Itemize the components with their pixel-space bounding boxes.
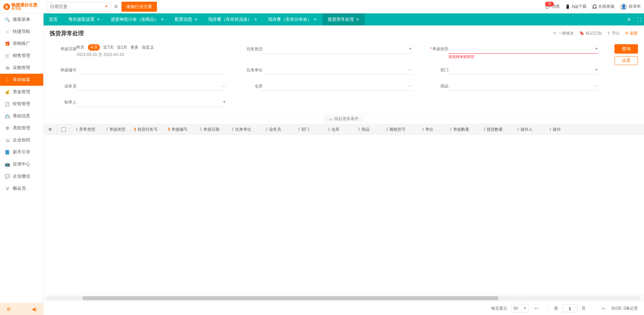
close-tab-icon[interactable]: ✕	[97, 17, 100, 22]
close-tab-icon[interactable]: ✕	[314, 17, 317, 22]
app-download-button[interactable]: 📱 App下载	[565, 4, 587, 9]
tab-配置信息[interactable]: 配置信息✕	[169, 13, 203, 25]
collapse-sidebar-icon[interactable]: ◀)	[32, 307, 37, 312]
sidebar-item-销售管理[interactable]: 🛒销售管理	[0, 50, 43, 62]
tab-现存量（库存分布表）[interactable]: 现存量（库存分布表）✕	[263, 13, 322, 25]
column-header-单据日期[interactable]: ▲▼单据日期	[195, 127, 225, 132]
column-header-异常类型[interactable]: ▲▼异常类型	[70, 127, 101, 132]
column-header-单据类型[interactable]: ▲▼单据类型	[101, 127, 131, 132]
column-header-商品[interactable]: ▲▼商品	[349, 127, 379, 132]
close-tab-icon[interactable]: ✕	[356, 17, 359, 22]
filter-salesman: 业务员 ⋯	[50, 81, 226, 91]
select-all-checkbox[interactable]	[57, 124, 70, 135]
task-status-select[interactable]	[263, 44, 412, 54]
sidebar-item-系统管理[interactable]: ⚙系统管理	[0, 122, 43, 134]
sidebar-item-营销推广[interactable]: 🎁营销推广	[0, 38, 43, 50]
batch-edit-button[interactable]: ✎一键修改	[553, 30, 574, 36]
next-page-button[interactable]: 〉	[590, 306, 596, 311]
collapse-filters-button[interactable]: ︽ 收起更多条件	[324, 115, 363, 122]
chevron-down-icon	[105, 6, 108, 7]
dept-select[interactable]	[448, 65, 598, 75]
close-tab-icon[interactable]: ✕	[161, 17, 164, 22]
column-header-仓库[interactable]: ▲▼仓库	[319, 127, 349, 132]
column-header-拣货任务号[interactable]: ▲▼拣货任务号	[131, 127, 161, 132]
sidebar-item-label: 经营管理	[13, 101, 30, 107]
date-chip-更多[interactable]: 更多	[130, 45, 139, 50]
horizontal-scrollbar[interactable]	[47, 296, 641, 300]
last-page-button[interactable]: ⏭	[600, 306, 607, 311]
tab-售价提取设置[interactable]: 售价提取设置✕	[63, 13, 105, 25]
tab-现存量（库存状况表）[interactable]: 现存量（库存状况表）✕	[203, 13, 263, 25]
column-label: 操作人	[521, 127, 533, 132]
column-header-单据数量[interactable]: ▲▼单据数量	[443, 127, 476, 132]
headset-icon: 🎧	[592, 4, 597, 9]
partner-picker[interactable]: ⋯	[263, 65, 412, 75]
bill-no-label: 单据编号	[50, 65, 76, 73]
messages-button[interactable]: 💬 消息	[545, 4, 560, 9]
date-chip-今天[interactable]: 今天	[88, 44, 100, 51]
column-header-部门[interactable]: ▲▼部门	[288, 127, 319, 132]
date-chip-近1月[interactable]: 近1月	[117, 45, 127, 50]
goods-picker[interactable]: ⋯	[448, 81, 598, 91]
tab-进货单统计表（按商品）[interactable]: 进货单统计表（按商品）✕	[105, 13, 169, 25]
sidebar-item-库存核算[interactable]: ⌂库存核算	[0, 74, 43, 86]
sidebar-item-新手引导[interactable]: 📘新手引导	[0, 146, 43, 158]
column-header-拣货数量[interactable]: ▲▼拣货数量	[476, 127, 510, 132]
date-chip-自定义[interactable]: 自定义	[142, 45, 154, 50]
sidebar-item-经营管理[interactable]: 📋经营管理	[0, 98, 43, 110]
support-button[interactable]: 🎧 在线客服	[592, 4, 614, 9]
date-chip-近7天[interactable]: 近7天	[103, 45, 114, 50]
prev-page-button[interactable]: 〈	[543, 306, 550, 311]
sidebar-item-快捷导航[interactable]: ⌂快捷导航	[0, 25, 43, 38]
date-chip-昨天[interactable]: 昨天	[76, 45, 85, 50]
close-tab-icon[interactable]: ✕	[194, 17, 198, 22]
tab-首页[interactable]: 首页	[44, 13, 63, 25]
per-page-value: 50	[514, 306, 518, 311]
column-header-操作人[interactable]: ▲▼操作人	[510, 127, 540, 132]
filter-partner: 往来单位 ⋯	[236, 65, 412, 75]
scrollbar-thumb[interactable]	[83, 296, 498, 300]
settings-icon[interactable]: ⚙	[7, 307, 11, 312]
column-header-规格型号[interactable]: ▲▼规格型号	[379, 127, 413, 132]
maker-label: 制单人	[50, 98, 76, 105]
brand: b 畅捷通好生意 标准版	[3, 3, 44, 10]
column-header-操作[interactable]: ▲▼操作	[540, 127, 570, 132]
sidebar-item-基础信息[interactable]: 📇基础信息	[0, 110, 43, 122]
column-header-往来单位[interactable]: ▲▼往来单位	[225, 127, 258, 132]
mark-known-button[interactable]: 🔖标记已知	[579, 30, 602, 36]
column-settings-button[interactable]: ⚙	[44, 124, 57, 135]
filter-warehouse: 仓库 ⋯	[236, 81, 412, 91]
tab-拣货异常处理[interactable]: 拣货异常处理✕	[322, 13, 365, 25]
sidebar-item-企业微信[interactable]: 💬企业微信	[0, 170, 43, 182]
trial-button[interactable]: 体验行业方案	[121, 2, 157, 12]
bill-type-select[interactable]	[448, 44, 598, 54]
refresh-button[interactable]: ⟳刷新	[625, 30, 638, 36]
column-header-单位[interactable]: ▲▼单位	[413, 127, 443, 132]
user-menu[interactable]: 👤 徐泽华	[620, 3, 641, 10]
column-header-单据编号[interactable]: ▲▼单据编号	[161, 127, 195, 132]
category-select[interactable]: 日用百货	[47, 2, 111, 11]
sidebar-item-采购管理[interactable]: 🛍采购管理	[0, 62, 43, 74]
setting-button[interactable]: 设置	[614, 56, 638, 65]
sidebar-item-应用中心[interactable]: 📺应用中心	[0, 158, 43, 170]
gear-icon[interactable]: ⚙	[114, 4, 118, 9]
sidebar-item-企业协同[interactable]: 🗂企业协同	[0, 134, 43, 146]
sidebar-item-畅会员[interactable]: Ⅴ畅会员	[0, 182, 43, 194]
maker-select[interactable]	[76, 98, 226, 107]
salesman-picker[interactable]: ⋯	[76, 81, 226, 91]
per-page-select[interactable]: 50	[511, 304, 529, 313]
first-page-button[interactable]: ⏮	[533, 306, 539, 311]
export-button[interactable]: ⇪导出	[607, 30, 620, 36]
tab-expand-button[interactable]: ⛶	[634, 13, 644, 25]
sidebar-item-搜索菜单[interactable]: 🔍搜索菜单	[0, 13, 43, 25]
tab-close-all-button[interactable]: ✕	[624, 13, 634, 25]
bill-no-input[interactable]	[76, 65, 226, 75]
sidebar-item-资金管理[interactable]: 💰资金管理	[0, 86, 43, 98]
tab-label: 配置信息	[175, 16, 192, 22]
column-header-业务员[interactable]: ▲▼业务员	[258, 127, 288, 132]
query-button[interactable]: 查询	[614, 44, 638, 54]
sidebar-item-label: 畅会员	[13, 185, 26, 191]
close-tab-icon[interactable]: ✕	[254, 17, 257, 22]
warehouse-picker[interactable]: ⋯	[263, 81, 412, 91]
page-input[interactable]	[562, 304, 578, 312]
